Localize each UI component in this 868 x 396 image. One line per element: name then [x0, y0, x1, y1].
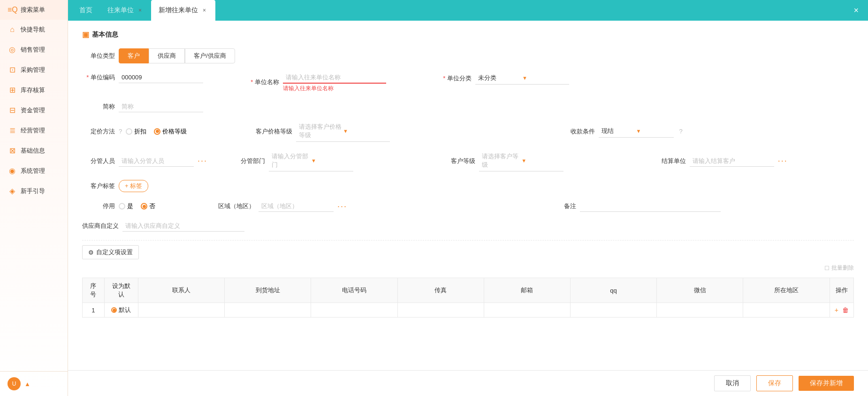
- region-table-input[interactable]: [748, 307, 824, 314]
- region-input[interactable]: [259, 201, 334, 212]
- cancel-button[interactable]: 取消: [714, 375, 751, 391]
- radio-no-circle: [141, 203, 147, 210]
- unit-type-field: 单位类型 客户 供应商 客户/供应商: [82, 48, 854, 63]
- cell-email[interactable]: [484, 303, 570, 318]
- custom-settings-button[interactable]: ⚙ 自定义项设置: [82, 245, 139, 259]
- region-label: 区域（地区）: [218, 202, 255, 210]
- cell-address[interactable]: [225, 303, 311, 318]
- payment-help-icon[interactable]: ?: [679, 128, 683, 135]
- radio-no-label: 否: [149, 202, 155, 210]
- finance-icon: ⊟: [8, 106, 17, 115]
- sidebar-item-inventory-mgmt[interactable]: ⊞ 库存核算: [0, 80, 68, 100]
- alias-field: 简称: [82, 101, 232, 112]
- cell-qq[interactable]: [570, 303, 656, 318]
- tab-new-partner-close[interactable]: ×: [201, 6, 208, 15]
- col-qq: qq: [570, 278, 656, 303]
- sidebar-item-purchase-mgmt[interactable]: ⊡ 采购管理: [0, 60, 68, 80]
- settlement-unit-input[interactable]: [690, 155, 774, 167]
- tab-home[interactable]: 首页: [72, 0, 100, 21]
- unit-btn-both[interactable]: 客户/供应商: [185, 48, 235, 63]
- add-row-icon[interactable]: +: [835, 306, 838, 314]
- window-close-button[interactable]: ×: [848, 6, 864, 16]
- unit-category-select[interactable]: 未分类 ▼: [475, 72, 569, 85]
- sidebar-item-finance-mgmt[interactable]: ⊟ 资金管理: [0, 100, 68, 120]
- tab-new-partner[interactable]: 新增往来单位 ×: [151, 0, 215, 21]
- tab-partner-list[interactable]: 往来单位 ×: [100, 0, 151, 21]
- sidebar-item-label: 采购管理: [21, 66, 45, 74]
- region-more-icon[interactable]: ···: [337, 202, 347, 211]
- inventory-icon: ⊞: [8, 85, 17, 94]
- sidebar-item-search-menu[interactable]: ≡Q 搜索菜单: [0, 0, 68, 20]
- radio-discount-label: 折扣: [134, 127, 146, 136]
- form-divider: [82, 240, 854, 241]
- unit-type-row: 单位类型 客户 供应商 客户/供应商: [82, 48, 854, 63]
- pricing-radio-group: 折扣 价格等级: [126, 127, 187, 136]
- unit-type-label: 单位类型: [82, 52, 115, 60]
- delete-row-icon[interactable]: 🗑: [842, 306, 849, 314]
- payment-terms-value: 现结: [602, 127, 636, 135]
- radio-discount[interactable]: 折扣: [126, 127, 146, 136]
- email-input[interactable]: [489, 307, 565, 314]
- supplier-custom-label: 供应商自定义: [82, 222, 119, 230]
- col-seq: 序号: [83, 278, 105, 303]
- sidebar-item-label: 搜索菜单: [21, 6, 45, 14]
- disabled-radio-group: 是 否: [119, 202, 155, 210]
- supplier-custom-input[interactable]: [122, 220, 244, 232]
- save-and-new-button[interactable]: 保存并新增: [799, 376, 854, 391]
- fax-input[interactable]: [403, 307, 479, 314]
- sidebar-item-sales-mgmt[interactable]: ◎ 销售管理: [0, 39, 68, 60]
- unit-name-field: 单位名称 请输入往来单位名称: [246, 72, 425, 93]
- sidebar-item-quick-nav[interactable]: ⌂ 快捷导航: [0, 20, 68, 39]
- phone-input[interactable]: [316, 307, 392, 314]
- col-wechat: 微信: [657, 278, 743, 303]
- unit-name-label: 单位名称: [246, 78, 279, 86]
- cell-region[interactable]: [743, 303, 830, 318]
- qq-input[interactable]: [575, 307, 652, 314]
- sidebar-bottom: U ▲: [0, 371, 68, 396]
- department-placeholder: 请输入分管部门: [272, 152, 311, 169]
- pricing-help-icon[interactable]: ?: [119, 128, 122, 135]
- cell-wechat[interactable]: [657, 303, 743, 318]
- cell-contact[interactable]: [138, 303, 224, 318]
- unit-btn-customer[interactable]: 客户: [119, 48, 149, 63]
- payment-terms-select[interactable]: 现结 ▼: [599, 125, 674, 138]
- tab-partner-list-close[interactable]: ×: [137, 6, 144, 15]
- add-tag-button[interactable]: + 标签: [119, 180, 148, 192]
- col-phone: 电话号码: [311, 278, 397, 303]
- sidebar-item-system-mgmt[interactable]: ◉ 系统管理: [0, 161, 68, 181]
- radio-price-level[interactable]: 价格等级: [154, 127, 187, 136]
- save-button[interactable]: 保存: [756, 375, 793, 391]
- sales-icon: ◎: [8, 45, 17, 54]
- alias-input[interactable]: [119, 101, 203, 112]
- manager-input[interactable]: [119, 155, 194, 167]
- manager-more-icon[interactable]: ···: [198, 156, 207, 166]
- settlement-more-icon[interactable]: ···: [778, 156, 788, 166]
- sidebar-item-operations-mgmt[interactable]: ≣ 经营管理: [0, 120, 68, 140]
- customer-level-select[interactable]: 请选择客户等级 ▼: [479, 150, 563, 171]
- unit-code-input[interactable]: [119, 72, 203, 83]
- remark-input[interactable]: [580, 201, 721, 212]
- customer-price-level-field: 客户价格等级 请选择客户价格等级 ▼: [256, 121, 548, 142]
- cell-phone[interactable]: [311, 303, 397, 318]
- unit-category-label: 单位分类: [439, 74, 472, 83]
- unit-btn-supplier[interactable]: 供应商: [149, 48, 185, 63]
- department-select[interactable]: 请输入分管部门 ▼: [269, 150, 353, 171]
- contact-input[interactable]: [143, 307, 220, 314]
- sidebar-item-new-user-guide[interactable]: ◈ 新手引导: [0, 181, 68, 201]
- cell-fax[interactable]: [397, 303, 484, 318]
- chevron-down-icon-3: ▼: [636, 128, 671, 134]
- footer: 取消 保存 保存并新增: [68, 370, 868, 396]
- radio-disabled-no[interactable]: 否: [141, 202, 155, 210]
- address-input[interactable]: [229, 307, 306, 314]
- custom-settings-row: ⚙ 自定义项设置: [82, 245, 854, 259]
- chevron-down-icon-4: ▼: [311, 158, 350, 163]
- customer-price-level-select[interactable]: 请选择客户价格等级 ▼: [296, 121, 390, 142]
- manager-field: 分管人员 ···: [82, 155, 223, 167]
- unit-name-input[interactable]: [283, 72, 386, 84]
- sidebar-item-label: 销售管理: [21, 46, 45, 54]
- wechat-input[interactable]: [662, 307, 738, 314]
- radio-disabled-yes[interactable]: 是: [119, 202, 133, 210]
- default-radio[interactable]: [111, 307, 117, 313]
- sidebar-item-basic-info[interactable]: ⊠ 基础信息: [0, 140, 68, 161]
- batch-delete-label[interactable]: 批量删除: [831, 264, 854, 272]
